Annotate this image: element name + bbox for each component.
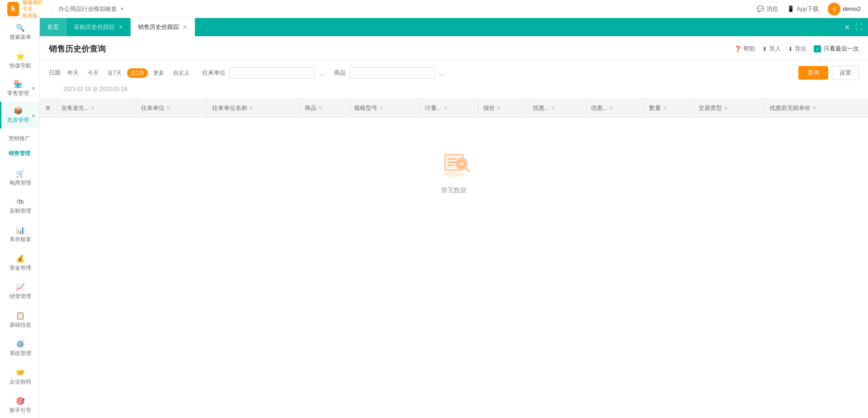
system-icon: ⚙️ bbox=[16, 340, 25, 348]
col-trade-type[interactable]: 交易类型 ⇅ bbox=[694, 99, 765, 117]
sidebar-item-wholesale[interactable]: 📦 批发管理 ▲ bbox=[0, 102, 39, 128]
help-button[interactable]: ❓ 帮助 bbox=[734, 45, 755, 53]
date-buttons: 昨天 今天 近7天 近1月 更多 自定义 bbox=[64, 68, 193, 78]
col-settings[interactable]: ⚙ bbox=[40, 99, 56, 117]
sidebar-label-finance: 资金管理 bbox=[9, 264, 31, 272]
page-header-actions: ❓ 帮助 ⬆ 导入 ⬇ 导出 ✓ 只看最后一次 bbox=[734, 45, 859, 53]
finance-icon: 💰 bbox=[16, 254, 25, 263]
date-btn-custom[interactable]: 自定义 bbox=[170, 68, 193, 78]
col-goods[interactable]: 商品 ⇅ bbox=[300, 99, 349, 117]
sidebar-subitem-marketing[interactable]: 营销推广 bbox=[1, 131, 39, 146]
filter-row: 日期 昨天 今天 近7天 近1月 更多 自定义 往来单位 bbox=[49, 66, 859, 80]
date-btn-more[interactable]: 更多 bbox=[150, 68, 168, 78]
svg-rect-5 bbox=[448, 165, 454, 166]
wholesale-arrow-icon: ▲ bbox=[31, 113, 36, 118]
sidebar-label-system: 系统管理 bbox=[9, 350, 31, 357]
table-header-row: ⚙ 业务发生... ⇅ 往来单位 bbox=[40, 99, 868, 117]
sidebar-label-shortcut: 快捷导航 bbox=[9, 62, 31, 70]
workspace-arrow-icon: ▼ bbox=[120, 6, 124, 11]
only-last-checkbox-icon: ✓ bbox=[814, 45, 821, 52]
sidebar-item-purchase[interactable]: 🛍 采购管理 bbox=[0, 192, 39, 220]
date-btn-yesterday[interactable]: 昨天 bbox=[64, 68, 82, 78]
empty-state: 暂无数据 bbox=[40, 118, 868, 222]
col-partner-name[interactable]: 往来单位名称 ⇅ bbox=[207, 99, 300, 117]
empty-illustration bbox=[436, 145, 472, 181]
sidebar-item-operation[interactable]: 📈 经营管理 bbox=[0, 277, 39, 306]
tab-purchase-history[interactable]: 采购历史价跟踪 ✕ bbox=[66, 18, 131, 36]
sort-icon-discount1: ⇅ bbox=[551, 105, 555, 110]
sidebar-item-shortcut[interactable]: ⭐ 快捷导航 bbox=[0, 47, 39, 75]
settings-icon: ⚙ bbox=[45, 104, 51, 111]
col-qty[interactable]: 数量 ⇅ bbox=[645, 99, 694, 117]
date-btn-today[interactable]: 今天 bbox=[84, 68, 102, 78]
sidebar-label-search: 搜索菜单 bbox=[9, 33, 31, 41]
wholesale-icon: 📦 bbox=[14, 106, 23, 115]
sidebar-item-inventory[interactable]: 📊 库存核算 bbox=[0, 220, 39, 249]
svg-point-0 bbox=[443, 171, 465, 177]
col-discount1[interactable]: 优惠... ⇅ bbox=[528, 99, 586, 117]
export-button[interactable]: ⬇ 导出 bbox=[788, 45, 807, 53]
purchase-icon: 🛍 bbox=[17, 198, 24, 206]
partner-dots-icon[interactable]: ... bbox=[319, 69, 325, 77]
only-last-toggle[interactable]: ✓ 只看最后一次 bbox=[814, 45, 859, 53]
tab-home[interactable]: 首页 bbox=[40, 18, 66, 36]
sort-icon-goods: ⇅ bbox=[318, 105, 322, 110]
sort-icon-qty: ⇅ bbox=[663, 105, 666, 110]
sidebar-item-basic[interactable]: 📋 基础信息 bbox=[0, 306, 39, 334]
wholesale-submenu: 营销推广 销售管理 bbox=[0, 128, 39, 164]
message-button[interactable]: 💬 消息 bbox=[757, 5, 778, 13]
sidebar-label-retail: 零售管理 bbox=[7, 90, 29, 97]
col-quote[interactable]: 报价 ⇅ bbox=[478, 99, 528, 117]
sort-icon-biz-date: ⇅ bbox=[91, 105, 94, 110]
sidebar-label-ecommerce: 电商管理 bbox=[9, 179, 31, 187]
tab-sales-history[interactable]: 销售历史价跟踪 ✕ bbox=[131, 18, 195, 36]
user-area[interactable]: d demo2 bbox=[828, 3, 861, 15]
sort-icon-discount2: ⇅ bbox=[609, 105, 613, 110]
top-divider bbox=[52, 4, 53, 14]
import-button[interactable]: ⬆ 导入 bbox=[762, 45, 781, 53]
table-header: ⚙ 业务发生... ⇅ 往来单位 bbox=[40, 99, 868, 117]
empty-text: 暂无数据 bbox=[441, 186, 467, 195]
sidebar-subitem-sales[interactable]: 销售管理 bbox=[1, 146, 39, 161]
sort-icon-pre-tax: ⇅ bbox=[812, 105, 816, 110]
sidebar-item-guide[interactable]: 🎯 新手引导 bbox=[0, 391, 39, 418]
filter-actions: 查询 设置 bbox=[798, 66, 859, 80]
tab-purchase-close-icon[interactable]: ✕ bbox=[118, 24, 123, 30]
goods-input[interactable] bbox=[349, 67, 435, 79]
date-range-text: 2023-02-18 至 2023-03-18 bbox=[63, 86, 127, 92]
workspace-selector[interactable]: 办公用品行业模拟账套 ▼ bbox=[58, 5, 124, 13]
tab-close-all-icon[interactable]: ✕ bbox=[842, 21, 852, 33]
col-pre-tax-price[interactable]: 优惠前无税单价 ⇅ bbox=[765, 99, 868, 117]
sidebar-item-system[interactable]: ⚙️ 系统管理 bbox=[0, 334, 39, 363]
col-biz-date[interactable]: 业务发生... ⇅ bbox=[56, 99, 136, 117]
sidebar-item-enterprise[interactable]: 🤝 企业协同 bbox=[0, 363, 39, 391]
sort-icon-spec: ⇅ bbox=[379, 105, 383, 110]
top-bar: 6 畅捷通好生意 标准版 办公用品行业模拟账套 ▼ 💬 消息 📱 App下载 d… bbox=[0, 0, 868, 18]
sidebar-item-ecommerce[interactable]: 🛒 电商管理 bbox=[0, 164, 39, 192]
tab-sales-close-icon[interactable]: ✕ bbox=[183, 24, 187, 30]
sidebar-item-search[interactable]: 🔍 搜索菜单 bbox=[0, 18, 39, 47]
date-label: 日期 bbox=[49, 69, 61, 77]
logo-area: 6 畅捷通好生意 标准版 bbox=[7, 0, 47, 19]
goods-dots-icon[interactable]: ... bbox=[439, 69, 445, 77]
col-discount2[interactable]: 优惠... ⇅ bbox=[586, 99, 645, 117]
query-button[interactable]: 查询 bbox=[798, 66, 828, 80]
svg-line-7 bbox=[466, 168, 469, 171]
date-filter-group: 日期 昨天 今天 近7天 近1月 更多 自定义 bbox=[49, 68, 193, 78]
sidebar-label-operation: 经营管理 bbox=[9, 293, 31, 300]
date-btn-last7days[interactable]: 近7天 bbox=[104, 68, 125, 78]
sidebar-item-retail[interactable]: 🏪 零售管理 ▼ bbox=[0, 75, 39, 102]
date-btn-last1month[interactable]: 近1月 bbox=[127, 68, 148, 78]
tab-fullscreen-icon[interactable]: ⛶ bbox=[854, 21, 864, 33]
date-range-display: 2023-02-18 至 2023-03-18 bbox=[61, 86, 127, 93]
col-spec[interactable]: 规格型号 ⇅ bbox=[349, 99, 420, 117]
setting-button[interactable]: 设置 bbox=[832, 66, 859, 80]
col-unit[interactable]: 计量... ⇅ bbox=[420, 99, 478, 117]
sidebar-item-finance[interactable]: 💰 资金管理 bbox=[0, 249, 39, 277]
col-partner-code[interactable]: 往来单位 ⇅ bbox=[136, 99, 207, 117]
tab-right-buttons: ✕ ⛶ bbox=[842, 21, 868, 33]
sidebar-label-enterprise: 企业协同 bbox=[9, 378, 31, 386]
app-download-button[interactable]: 📱 App下载 bbox=[787, 5, 819, 13]
partner-input[interactable] bbox=[229, 67, 315, 79]
svg-rect-3 bbox=[448, 158, 457, 160]
